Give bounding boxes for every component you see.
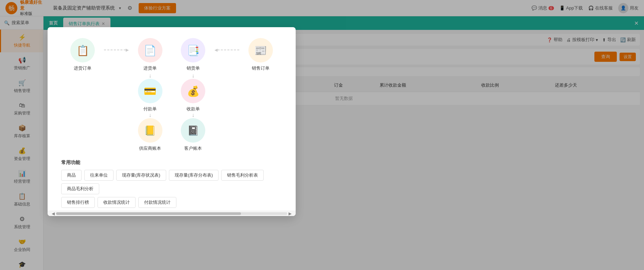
cf-btn-product-margin[interactable]: 商品毛利分析 bbox=[61, 183, 99, 194]
cf-btn-stock-dist[interactable]: 现存量(库存分布表) bbox=[169, 170, 219, 181]
supplier-ledger-icon: 📒 bbox=[144, 125, 156, 136]
flow-row-2: 💳 付款单 💰 收款单 bbox=[61, 79, 282, 112]
modal-overlay[interactable]: 📋 进货订单 ▶ 📄 进货单 bbox=[0, 0, 644, 270]
scroll-left-arrow[interactable]: ◀ bbox=[50, 211, 56, 216]
arrow-h-2: ◀ bbox=[214, 48, 239, 52]
scroll-track[interactable] bbox=[56, 212, 287, 215]
purchase-order-circle: 📋 bbox=[70, 38, 95, 62]
flow-item-purchase-order[interactable]: 📋 进货订单 bbox=[61, 38, 104, 71]
cf-btn-counterparty[interactable]: 往来单位 bbox=[84, 170, 114, 181]
flow-row-1: 📋 进货订单 ▶ 📄 进货单 bbox=[61, 38, 282, 71]
modal: 📋 进货订单 ▶ 📄 进货单 bbox=[48, 27, 296, 216]
sales-order-circle: 📰 bbox=[248, 38, 273, 62]
payment-circle: 💳 bbox=[138, 79, 162, 103]
receipt-label: 收款单 bbox=[187, 106, 200, 112]
cf-buttons-row2: 销售排行榜 收款情况统计 付款情况统计 bbox=[61, 197, 282, 208]
supplier-ledger-label: 供应商账本 bbox=[139, 145, 161, 151]
flow-item-sales-receipt[interactable]: 📑 销货单 bbox=[172, 38, 214, 71]
purchase-receipt-label: 进货单 bbox=[143, 65, 157, 71]
cf-btn-sales-rank[interactable]: 销售排行榜 bbox=[61, 197, 95, 208]
payment-icon: 💳 bbox=[144, 85, 156, 97]
receipt-icon: 💰 bbox=[187, 85, 199, 97]
supplier-ledger-circle: 📒 bbox=[138, 118, 162, 143]
purchase-order-label: 进货订单 bbox=[74, 65, 91, 71]
flow-row-3: 📒 供应商账本 📓 客户账本 bbox=[61, 118, 282, 151]
sales-receipt-circle: 📑 bbox=[181, 38, 205, 62]
sales-receipt-icon: 📑 bbox=[187, 44, 199, 56]
flow-item-customer-ledger[interactable]: 📓 客户账本 bbox=[172, 118, 214, 151]
cf-btn-receipt-stats[interactable]: 收款情况统计 bbox=[98, 197, 136, 208]
receipt-circle: 💰 bbox=[181, 79, 205, 103]
common-functions-title: 常用功能 bbox=[61, 160, 282, 166]
scroll-right-arrow[interactable]: ▶ bbox=[287, 211, 293, 216]
payment-label: 付款单 bbox=[143, 106, 157, 112]
scroll-thumb bbox=[56, 212, 241, 215]
customer-ledger-label: 客户账本 bbox=[184, 145, 202, 151]
sales-order-label: 销售订单 bbox=[252, 65, 269, 71]
flow-item-purchase-receipt[interactable]: 📄 进货单 bbox=[129, 38, 172, 71]
purchase-receipt-icon: 📄 bbox=[144, 44, 156, 56]
customer-ledger-icon: 📓 bbox=[187, 125, 199, 136]
common-functions: 常用功能 商品 往来单位 现存量(库存状况表) 现存量(库存分布表) 销售毛利分… bbox=[61, 160, 282, 208]
customer-ledger-circle: 📓 bbox=[181, 118, 205, 143]
cf-btn-payment-stats[interactable]: 付款情况统计 bbox=[138, 197, 176, 208]
arrow-h-1: ▶ bbox=[104, 48, 128, 52]
flow-row-arrows: ↓ ↓ bbox=[61, 73, 282, 79]
modal-body: 📋 进货订单 ▶ 📄 进货单 bbox=[48, 27, 296, 211]
purchase-order-icon: 📋 bbox=[76, 44, 89, 56]
flow-section: 📋 进货订单 ▶ 📄 进货单 bbox=[61, 38, 282, 151]
flow-row-arrows-2: ↓ ↓ bbox=[61, 112, 282, 118]
purchase-receipt-circle: 📄 bbox=[138, 38, 162, 62]
cf-buttons-row1: 商品 往来单位 现存量(库存状况表) 现存量(库存分布表) 销售毛利分析表 商品… bbox=[61, 170, 282, 194]
flow-item-payment[interactable]: 💳 付款单 bbox=[129, 79, 172, 112]
cf-btn-product[interactable]: 商品 bbox=[61, 170, 82, 181]
sales-order-icon: 📰 bbox=[254, 44, 267, 56]
cf-btn-stock-status[interactable]: 现存量(库存状况表) bbox=[116, 170, 166, 181]
flow-item-receipt[interactable]: 💰 收款单 bbox=[172, 79, 214, 112]
modal-scrollbar[interactable]: ◀ ▶ bbox=[48, 211, 296, 216]
sales-receipt-label: 销货单 bbox=[187, 65, 200, 71]
flow-item-supplier-ledger[interactable]: 📒 供应商账本 bbox=[129, 118, 172, 151]
flow-item-sales-order[interactable]: 📰 销售订单 bbox=[239, 38, 282, 71]
cf-btn-sales-margin-analysis[interactable]: 销售毛利分析表 bbox=[221, 170, 264, 181]
